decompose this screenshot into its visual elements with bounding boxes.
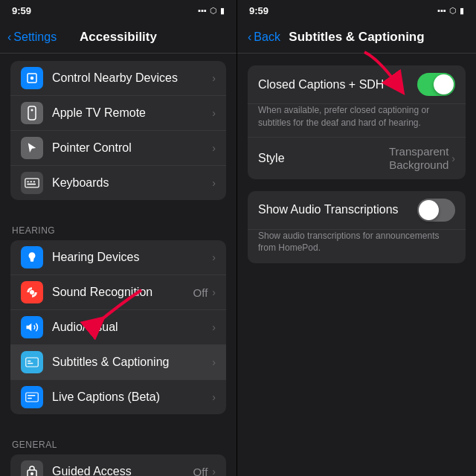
live-captions-icon bbox=[21, 386, 43, 408]
svg-point-17 bbox=[30, 472, 33, 475]
show-audio-transcriptions-item: Show Audio Transcriptions bbox=[248, 191, 466, 230]
subtitles-captioning-label: Subtitles & Captioning bbox=[52, 356, 210, 369]
general-section-header: GENERAL bbox=[0, 426, 237, 454]
right-status-bar: 9:59 ▪▪▪ ⬡ ▮ bbox=[237, 0, 476, 21]
pointer-control-label: Pointer Control bbox=[52, 141, 210, 155]
keyboards-label: Keyboards bbox=[52, 176, 210, 190]
wifi-icon: ⬡ bbox=[210, 6, 217, 16]
battery-icon: ▮ bbox=[220, 6, 225, 16]
apple-tv-remote-label: Apple TV Remote bbox=[52, 106, 210, 120]
signal-icon: ▪▪▪ bbox=[198, 6, 207, 15]
svg-rect-10 bbox=[26, 358, 39, 367]
show-audio-transcriptions-label: Show Audio Transcriptions bbox=[258, 203, 417, 216]
right-panel: 9:59 ▪▪▪ ⬡ ▮ ‹ Back Subtitles & Captioni… bbox=[237, 0, 476, 476]
hearing-group: Hearing Devices › Sound Recognition Off … bbox=[10, 240, 226, 414]
subtitles-captioning-chevron: › bbox=[212, 356, 216, 368]
toggle-thumb bbox=[434, 74, 454, 94]
control-nearby-chevron: › bbox=[212, 72, 216, 84]
hearing-devices-icon bbox=[21, 246, 43, 268]
left-nav-back[interactable]: ‹ Settings bbox=[7, 30, 57, 44]
hearing-devices-label: Hearing Devices bbox=[52, 251, 210, 264]
audio-transcriptions-group: Show Audio Transcriptions Show audio tra… bbox=[248, 191, 466, 264]
apple-tv-remote-icon bbox=[21, 102, 43, 124]
apple-tv-remote-chevron: › bbox=[212, 107, 216, 119]
style-label: Style bbox=[258, 152, 389, 165]
left-nav-header: ‹ Settings Accessibility bbox=[0, 21, 237, 54]
guided-access-chevron: › bbox=[212, 466, 216, 476]
closed-captions-description: When available, prefer closed captioning… bbox=[248, 104, 466, 137]
svg-point-3 bbox=[31, 109, 33, 112]
audio-visual-chevron: › bbox=[212, 321, 216, 333]
svg-rect-11 bbox=[28, 361, 31, 362]
svg-rect-14 bbox=[28, 395, 36, 396]
live-captions-item[interactable]: Live Captions (Beta) › bbox=[10, 380, 226, 414]
right-signal-icon: ▪▪▪ bbox=[437, 6, 446, 15]
sound-recognition-label: Sound Recognition bbox=[52, 286, 193, 299]
right-nav-header: ‹ Back Subtitles & Captioning bbox=[237, 21, 476, 54]
keyboards-icon bbox=[21, 172, 43, 194]
control-nearby-label: Control Nearby Devices bbox=[52, 71, 210, 85]
chevron-left-icon: ‹ bbox=[7, 30, 11, 44]
svg-rect-12 bbox=[28, 363, 33, 364]
style-chevron: › bbox=[451, 152, 455, 164]
svg-rect-6 bbox=[30, 181, 33, 183]
svg-rect-4 bbox=[25, 178, 39, 187]
interaction-group: Control Nearby Devices › Apple TV Remote… bbox=[10, 61, 226, 200]
right-status-time: 9:59 bbox=[249, 5, 268, 16]
right-battery-icon: ▮ bbox=[460, 6, 464, 16]
guided-access-label: Guided Access bbox=[52, 465, 193, 476]
svg-point-1 bbox=[30, 77, 34, 80]
left-panel: 9:59 ▪▪▪ ⬡ ▮ ‹ Settings Accessibility Co… bbox=[0, 0, 237, 476]
pointer-control-item[interactable]: Pointer Control › bbox=[10, 131, 226, 166]
control-nearby-icon bbox=[21, 67, 43, 89]
audio-toggle-thumb bbox=[419, 200, 439, 220]
hearing-devices-item[interactable]: Hearing Devices › bbox=[10, 240, 226, 275]
closed-captions-sdh-label: Closed Captions + SDH bbox=[258, 78, 417, 91]
subtitles-captioning-icon bbox=[21, 351, 43, 373]
left-nav-title: Accessibility bbox=[80, 30, 157, 45]
right-wifi-icon: ⬡ bbox=[449, 6, 457, 16]
style-item[interactable]: Style TransparentBackground › bbox=[248, 138, 466, 179]
hearing-devices-chevron: › bbox=[212, 251, 216, 263]
closed-captions-sdh-item: Closed Captions + SDH bbox=[248, 65, 466, 104]
closed-captions-group: Closed Captions + SDH When available, pr… bbox=[248, 65, 466, 179]
audio-visual-icon bbox=[21, 316, 43, 338]
control-nearby-item[interactable]: Control Nearby Devices › bbox=[10, 61, 226, 96]
keyboards-item[interactable]: Keyboards › bbox=[10, 166, 226, 200]
right-nav-title: Subtitles & Captioning bbox=[237, 30, 476, 45]
svg-rect-13 bbox=[26, 393, 39, 402]
show-audio-transcriptions-toggle[interactable] bbox=[417, 199, 455, 222]
right-status-icons: ▪▪▪ ⬡ ▮ bbox=[437, 6, 464, 16]
guided-access-icon bbox=[21, 460, 43, 476]
keyboards-chevron: › bbox=[212, 177, 216, 189]
left-status-icons: ▪▪▪ ⬡ ▮ bbox=[198, 6, 225, 16]
left-status-bar: 9:59 ▪▪▪ ⬡ ▮ bbox=[0, 0, 237, 21]
sound-recognition-value: Off bbox=[193, 286, 208, 299]
audio-visual-item[interactable]: Audio/Visual › bbox=[10, 310, 226, 345]
guided-access-item[interactable]: Guided Access Off › bbox=[10, 454, 226, 476]
apple-tv-remote-item[interactable]: Apple TV Remote › bbox=[10, 96, 226, 131]
closed-captions-sdh-toggle[interactable] bbox=[417, 73, 455, 96]
back-label: Settings bbox=[13, 30, 57, 44]
guided-access-value: Off bbox=[193, 466, 208, 477]
sound-recognition-item[interactable]: Sound Recognition Off › bbox=[10, 275, 226, 310]
subtitles-captioning-item[interactable]: Subtitles & Captioning › bbox=[10, 345, 226, 380]
sound-recognition-icon bbox=[21, 281, 43, 303]
audio-transcriptions-description: Show audio transcriptions for announceme… bbox=[248, 230, 466, 264]
svg-rect-8 bbox=[27, 184, 36, 185]
hearing-section-header: HEARING bbox=[0, 212, 237, 240]
left-settings-list: Control Nearby Devices › Apple TV Remote… bbox=[0, 54, 237, 476]
right-content: Closed Captions + SDH When available, pr… bbox=[237, 54, 476, 476]
live-captions-chevron: › bbox=[212, 391, 216, 403]
audio-visual-label: Audio/Visual bbox=[52, 321, 210, 334]
audio-transcriptions-desc-text: Show audio transcriptions for announceme… bbox=[258, 230, 455, 255]
sound-recognition-chevron: › bbox=[212, 286, 216, 298]
style-value: TransparentBackground bbox=[389, 145, 448, 172]
svg-rect-15 bbox=[28, 398, 32, 399]
general-group: Guided Access Off › Siri › Accessibility… bbox=[10, 454, 226, 476]
svg-rect-7 bbox=[33, 181, 36, 183]
svg-point-9 bbox=[30, 290, 34, 295]
svg-rect-2 bbox=[28, 106, 36, 120]
live-captions-label: Live Captions (Beta) bbox=[52, 390, 210, 404]
pointer-control-icon bbox=[21, 137, 43, 159]
